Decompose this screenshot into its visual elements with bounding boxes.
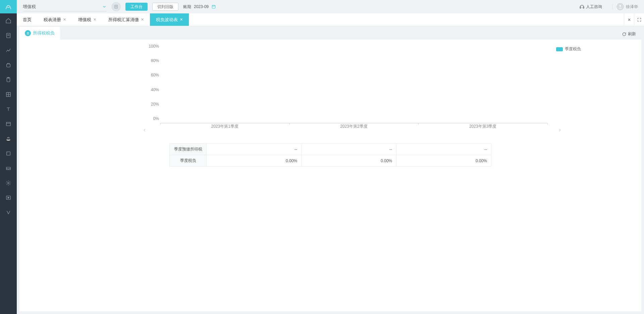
headset-icon bbox=[579, 4, 585, 9]
refresh-button[interactable]: 刷新 bbox=[622, 31, 636, 37]
period-label: 账期 bbox=[183, 4, 191, 10]
subtab-income-tax-burden[interactable]: ≣ 所得税税负 bbox=[19, 27, 60, 40]
chevron-down-icon bbox=[102, 4, 107, 9]
nav-grid[interactable] bbox=[0, 87, 17, 102]
xtick-label: 2023年第2季度 bbox=[340, 124, 367, 129]
nav-play[interactable] bbox=[0, 190, 17, 205]
nav-clipboard[interactable] bbox=[0, 72, 17, 87]
svg-rect-13 bbox=[580, 7, 581, 8]
ytick: 80% bbox=[144, 58, 159, 63]
avatar-icon bbox=[616, 3, 624, 10]
tax-type-label: 增值税 bbox=[23, 4, 102, 10]
cell: 0.00% bbox=[396, 155, 491, 167]
table-row: 季度预缴所得税 -- -- -- bbox=[170, 144, 491, 155]
sheet-icon: ≣ bbox=[25, 30, 31, 36]
nav-settings[interactable] bbox=[0, 176, 17, 190]
ytick: 0% bbox=[144, 116, 159, 121]
cell: 0.00% bbox=[207, 155, 302, 167]
svg-rect-14 bbox=[583, 7, 584, 8]
ytick: 40% bbox=[144, 87, 159, 92]
nav-window[interactable] bbox=[0, 117, 17, 131]
consult-button[interactable]: 人工咨询 bbox=[579, 4, 602, 10]
close-icon[interactable]: ✕ bbox=[141, 17, 144, 22]
tab-label: 增值税 bbox=[78, 17, 91, 23]
fullscreen-button[interactable] bbox=[634, 13, 644, 26]
svg-point-15 bbox=[620, 5, 621, 7]
nav-box[interactable] bbox=[0, 146, 17, 161]
nav-home[interactable] bbox=[0, 13, 17, 28]
close-all-tabs-button[interactable]: ✕ bbox=[624, 13, 634, 26]
tab-label: 所得税汇算清缴 bbox=[108, 17, 139, 23]
topbar: 增值税 工作台 切到旧版 账期 2023-09 人工咨询 bbox=[17, 0, 644, 13]
tab-label: 税负波动表 bbox=[156, 17, 178, 23]
chart-plot: 0% 20% 40% 60% 80% 100% 2023年第1季度 2023年第… bbox=[160, 51, 547, 123]
company-list-button[interactable] bbox=[111, 2, 121, 11]
nav-tax[interactable] bbox=[0, 131, 17, 146]
tab-tax-burden[interactable]: 税负波动表✕ bbox=[150, 13, 189, 26]
workspace-button[interactable]: 工作台 bbox=[125, 3, 148, 11]
tab-label: 首页 bbox=[23, 17, 32, 23]
ytick: 100% bbox=[144, 44, 159, 49]
cell: 0.00% bbox=[302, 155, 396, 167]
ytick: 60% bbox=[144, 73, 159, 77]
refresh-label: 刷新 bbox=[628, 31, 636, 37]
nav-inbox[interactable] bbox=[0, 161, 17, 176]
legend-label: 季度税负 bbox=[565, 46, 581, 52]
sidebar bbox=[0, 0, 17, 314]
xtick-label: 2023年第3季度 bbox=[469, 124, 496, 129]
ytick: 20% bbox=[144, 102, 159, 107]
calendar-icon[interactable] bbox=[211, 4, 216, 9]
xtick-label: 2023年第1季度 bbox=[211, 124, 238, 129]
close-icon[interactable]: ✕ bbox=[63, 17, 66, 22]
divider bbox=[612, 4, 612, 10]
cell: -- bbox=[396, 144, 491, 155]
chart-prev-button[interactable]: ‹ bbox=[144, 126, 146, 133]
tab-label: 税表清册 bbox=[44, 17, 61, 23]
chart-next-button[interactable]: › bbox=[559, 126, 561, 133]
svg-rect-5 bbox=[6, 122, 10, 126]
switch-old-button[interactable]: 切到旧版 bbox=[152, 3, 178, 11]
consult-label: 人工咨询 bbox=[586, 4, 602, 10]
svg-rect-7 bbox=[7, 152, 10, 155]
nav-chart[interactable] bbox=[0, 43, 17, 58]
close-icon[interactable]: ✕ bbox=[180, 17, 183, 22]
data-table: 季度预缴所得税 -- -- -- 季度税负 0.00% 0.00% 0.00% bbox=[169, 143, 491, 167]
user-menu[interactable]: 徐泽华 bbox=[616, 3, 638, 10]
svg-rect-1 bbox=[7, 64, 10, 67]
nav-doc[interactable] bbox=[0, 28, 17, 43]
xaxis bbox=[160, 123, 547, 123]
content-panel: 季度税负 ‹ › 0% 20% 40% 60% 80% 100% 2023年第1… bbox=[19, 40, 641, 311]
svg-point-6 bbox=[7, 139, 10, 140]
subtab-label: 所得税税负 bbox=[33, 30, 55, 36]
tabstrip: 首页 税表清册✕ 增值税✕ 所得税汇算清缴✕ 税负波动表✕ ✕ bbox=[17, 13, 644, 26]
cell: -- bbox=[207, 144, 302, 155]
chart: 季度税负 ‹ › 0% 20% 40% 60% 80% 100% 2023年第1… bbox=[46, 46, 614, 133]
main-area: 增值税 工作台 切到旧版 账期 2023-09 人工咨询 bbox=[17, 0, 644, 314]
nav-v[interactable] bbox=[0, 205, 17, 220]
table-row: 季度税负 0.00% 0.00% 0.00% bbox=[170, 155, 491, 167]
period-value[interactable]: 2023-09 bbox=[194, 4, 209, 9]
svg-rect-12 bbox=[212, 5, 215, 8]
tax-type-selector[interactable]: 增值税 bbox=[23, 2, 107, 11]
tab-vat[interactable]: 增值税✕ bbox=[72, 13, 102, 26]
row-header: 季度预缴所得税 bbox=[170, 144, 207, 155]
chart-legend: 季度税负 bbox=[556, 46, 581, 52]
refresh-icon bbox=[622, 32, 627, 37]
tab-income-tax[interactable]: 所得税汇算清缴✕ bbox=[102, 13, 150, 26]
cell: -- bbox=[302, 144, 396, 155]
nav-bag[interactable] bbox=[0, 58, 17, 72]
nav-text[interactable] bbox=[0, 102, 17, 117]
svg-point-9 bbox=[8, 182, 9, 184]
switch-old-button-label: 切到旧版 bbox=[157, 4, 173, 10]
subtabs: ≣ 所得税税负 刷新 bbox=[17, 26, 644, 40]
sidebar-nav bbox=[0, 13, 17, 220]
app-logo bbox=[0, 0, 17, 13]
workspace-button-label: 工作台 bbox=[130, 4, 143, 10]
tab-tax-list[interactable]: 税表清册✕ bbox=[38, 13, 72, 26]
user-name: 徐泽华 bbox=[626, 4, 638, 10]
row-header: 季度税负 bbox=[170, 155, 207, 167]
close-icon[interactable]: ✕ bbox=[93, 17, 96, 22]
tab-home[interactable]: 首页 bbox=[17, 13, 38, 26]
legend-swatch bbox=[556, 47, 563, 51]
